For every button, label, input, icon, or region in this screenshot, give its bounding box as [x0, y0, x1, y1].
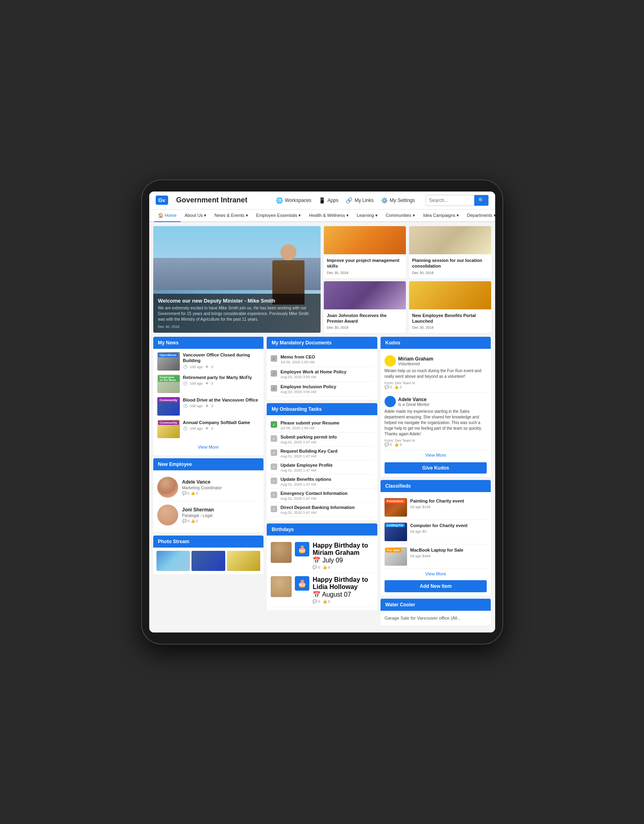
news-title-3: Annual Company Softball Game — [183, 420, 250, 425]
hero-card-img-3 — [324, 281, 406, 309]
nav-item-news[interactable]: News & Events ▾ — [210, 210, 252, 222]
photo-thumb-0[interactable] — [156, 551, 190, 571]
nav-apps[interactable]: 📱 Apps — [319, 197, 338, 204]
nav-item-employee[interactable]: Employee Essentials ▾ — [252, 210, 305, 222]
search-input[interactable] — [426, 196, 474, 205]
new-employee-widget: New Employee Adele Vance Marketing Coord… — [153, 458, 264, 532]
water-cooler-teaser[interactable]: Garage Sale for Vancouver office (All... — [385, 614, 487, 622]
kudos-body: ⭐ Miriam Graham Volunteered Miriam help … — [381, 349, 491, 477]
nav-mylinks[interactable]: 🔗 My Links — [346, 197, 373, 204]
task-date-3: Aug 01, 2020 1:47 AM — [280, 468, 333, 472]
task-item-4[interactable]: ✓ Update Benefits options Aug 01, 2020 1… — [271, 475, 373, 489]
task-item-2[interactable]: ✓ Request Building Key Card Aug 01, 2020… — [271, 447, 373, 461]
my-news-widget: My News Operations Vancouver Office Clos… — [153, 337, 264, 455]
kudos-view-more[interactable]: View More — [385, 450, 487, 460]
birthday-actions-1: 💬 0 👍 0 — [313, 599, 373, 604]
kudos-widget: Kudos ⭐ Miriam Graham Volunteered — [381, 337, 491, 477]
news-eye-icon-3: 👁 — [205, 426, 209, 431]
employee-photo-1 — [157, 505, 178, 525]
hero-card-2[interactable]: Planning session for our location consol… — [409, 226, 491, 278]
three-column-layout: My News Operations Vancouver Office Clos… — [153, 337, 491, 628]
classified-item-0[interactable]: Fundraiser Painting for Charity event 5d… — [385, 495, 487, 520]
my-news-view-more[interactable]: View More — [157, 442, 260, 452]
task-item-3[interactable]: ✓ Update Employee Profile Aug 01, 2020 1… — [271, 461, 373, 475]
news-item-1[interactable]: Employees on the Move Retirement party f… — [157, 375, 260, 393]
doc-item-2[interactable]: ✓ Employee Inclusion Policy Aug 03, 2020… — [271, 382, 373, 397]
main-content: Welcome our new Deputy Minister - Mike S… — [149, 222, 495, 632]
news-item-0[interactable]: Operations Vancouver Office Closed durin… — [157, 352, 260, 371]
nav-item-about[interactable]: About Us ▾ — [181, 210, 210, 222]
classified-item-1[interactable]: Looking For Computer for Charity event 5… — [385, 520, 487, 544]
task-item-6[interactable]: ✓ Direct Deposit Banking Information Aug… — [271, 503, 373, 517]
classified-price-2: $499 — [422, 554, 430, 558]
classifieds-view-more[interactable]: View More — [385, 569, 487, 579]
kudos-like-icon-1: 👍 0 — [394, 443, 402, 447]
doc-item-1[interactable]: ✓ Employee Work at Home Policy Aug 03, 2… — [271, 367, 373, 382]
news-item-2[interactable]: Community Blood Drive at the Vancouver O… — [157, 397, 260, 416]
classified-tag-0: Fundraiser — [385, 499, 405, 503]
doc-date-1: Aug 03, 2020 3:55 AM — [280, 375, 346, 379]
kudos-name-0: Miriam Graham — [398, 356, 433, 362]
doc-item-0[interactable]: ✓ Memo from CEO Jul 09, 2020 1:00 AM — [271, 352, 373, 367]
employee-item-1[interactable]: Joni Sherman Paralegal - Legal 💬 0 👍 0 — [157, 501, 260, 529]
task-text-1: Submit parking permit info Aug 01, 2020 … — [280, 435, 337, 444]
employee-like-icon-0: 👍 0 — [191, 491, 198, 495]
news-meta-3: 🕐 10d ago 👁 0 — [183, 426, 250, 431]
classified-meta-1: 5d ago $0 — [410, 529, 467, 534]
photo-stream-widget: Photo Stream — [153, 536, 264, 574]
nav-item-home[interactable]: 🏠 Home — [154, 210, 181, 222]
employee-role-0: Marketing Coordinator — [182, 486, 222, 490]
hero-card-1[interactable]: Improve your project management skills D… — [324, 226, 406, 278]
task-item-1[interactable]: ✓ Submit parking permit info Aug 01, 202… — [271, 433, 373, 447]
photo-stream-grid — [153, 548, 264, 574]
classified-item-2[interactable]: For Sale MacBook Laptop for Sale 5d ago … — [385, 544, 487, 569]
nav-settings[interactable]: ⚙️ My Settings — [381, 197, 415, 204]
hero-card-title-3: Joan Johnston Receives the Premier Award — [327, 313, 403, 324]
kudos-avatar-0: ⭐ — [385, 355, 396, 367]
nav-workspaces[interactable]: 🌐 Workspaces — [276, 197, 311, 204]
hero-description: We are extremely excited to have Mike Sm… — [158, 305, 316, 322]
kudos-from-0: From: Dev Team hi — [385, 381, 487, 385]
classified-thumb-1: Looking For — [385, 523, 407, 541]
nav-item-health[interactable]: Health & Wellness ▾ — [305, 210, 353, 222]
birthday-item-1[interactable]: 🎂 Happy Birthday to Lidia Holloway 📅 Aug… — [271, 573, 373, 607]
task-text-5: Emergency Contact Information Aug 01, 20… — [280, 491, 348, 501]
hero-card-img-1 — [324, 226, 406, 254]
nav-item-idea[interactable]: Idea Campaigns ▾ — [419, 210, 463, 222]
nav-settings-label: My Settings — [390, 198, 415, 203]
nav-item-departments[interactable]: Departments ▾ — [463, 210, 495, 222]
kudos-person-0: ⭐ Miriam Graham Volunteered — [385, 355, 487, 367]
workspaces-icon: 🌐 — [276, 197, 283, 204]
hero-card-img-4 — [409, 281, 491, 309]
give-kudos-button[interactable]: Give Kudos — [385, 462, 487, 474]
add-item-button[interactable]: Add New Item — [385, 580, 487, 592]
hero-card-3[interactable]: Joan Johnston Receives the Premier Award… — [324, 281, 406, 333]
birthday-comment-icon-0: 💬 0 — [313, 565, 320, 569]
birthday-item-0[interactable]: 🎂 Happy Birthday to Miriam Graham 📅 July… — [271, 539, 373, 573]
search-button[interactable]: 🔍 — [474, 195, 488, 206]
nav-item-communities[interactable]: Communities ▾ — [382, 210, 419, 222]
classified-title-2: MacBook Laptop for Sale — [410, 547, 463, 553]
classified-text-1: Computer for Charity event 5d ago $0 — [410, 523, 467, 534]
news-item-3[interactable]: Community Annual Company Softball Game 🕐… — [157, 420, 260, 438]
employee-photo-placeholder-1 — [157, 505, 178, 525]
right-column: Kudos ⭐ Miriam Graham Volunteered — [381, 337, 491, 628]
task-item-5[interactable]: ✓ Emergency Contact Information Aug 01, … — [271, 489, 373, 503]
employee-item-0[interactable]: Adele Vance Marketing Coordinator 💬 0 👍 … — [157, 474, 260, 501]
classifieds-widget: Classifieds Fundraiser Painting for Char… — [381, 480, 491, 595]
mandatory-docs-header: My Mandatory Documents — [267, 337, 377, 349]
task-item-0[interactable]: ✓ Please submit your Resume Jul 09, 2020… — [271, 418, 373, 433]
news-clock-icon-1: 🕐 — [183, 381, 187, 385]
photo-thumb-2[interactable] — [227, 551, 261, 571]
header: Gv Government Intranet 🌐 Workspaces 📱 Ap… — [149, 192, 495, 210]
doc-title-1: Employee Work at Home Policy — [280, 369, 346, 374]
news-title-0: Vancouver Office Closed during Building — [183, 352, 260, 364]
hero-card-date-1: Dec 30, 2018 — [327, 271, 403, 275]
header-nav: 🌐 Workspaces 📱 Apps 🔗 My Links ⚙️ My Set… — [276, 195, 488, 206]
doc-text-0: Memo from CEO Jul 09, 2020 1:00 AM — [280, 354, 315, 364]
employee-info-1: Joni Sherman Paralegal - Legal 💬 0 👍 0 — [182, 507, 214, 523]
photo-thumb-1[interactable] — [191, 551, 225, 571]
kudos-item-0: ⭐ Miriam Graham Volunteered Miriam help … — [385, 352, 487, 393]
nav-item-learning[interactable]: Learning ▾ — [353, 210, 382, 222]
hero-card-4[interactable]: New Employee Benefits Portal Launched De… — [409, 281, 491, 333]
